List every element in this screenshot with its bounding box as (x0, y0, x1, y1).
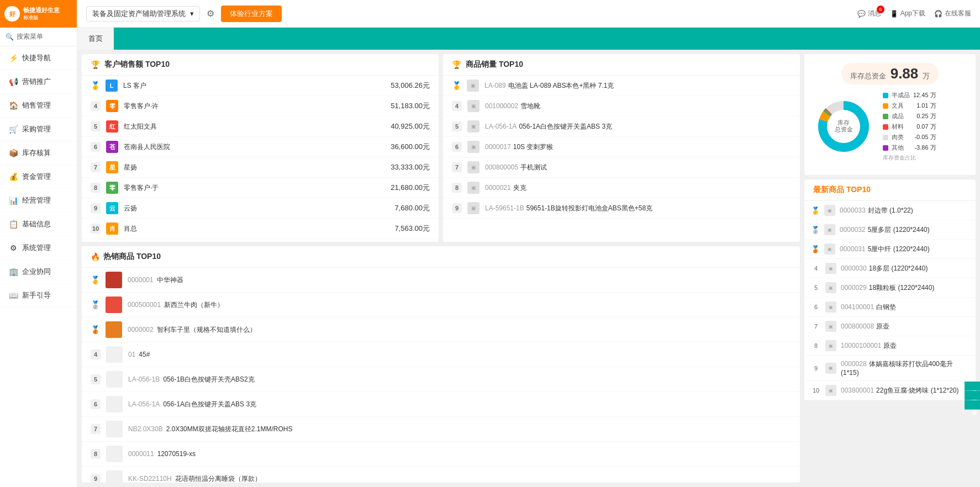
gold-medal-2: 🥇 (452, 81, 461, 90)
bronze-medal-np: 🥉 (811, 245, 820, 253)
product-rank-row-5: 7 ▣ 000800005手机测试 (443, 157, 800, 178)
sidebar-item-sales[interactable]: 🏠 销售管理 (0, 94, 77, 118)
product-rank-row-6: 8 ▣ 0000021夹克 (443, 178, 800, 198)
hot-row-9: 9 KK-SD22110H花语萌恒温分离睡袋（厚款） (82, 467, 800, 483)
avatar: 苍 (106, 141, 118, 153)
donut-container: 库存 总资金 半成品 12.45 万 文具 (813, 91, 967, 162)
new-prod-row-7: 7 ▣ 000800008原壶 (804, 317, 976, 336)
hot-products-header: 🔥 热销商品 TOP10 (82, 246, 800, 268)
product-rank-header: 🏆 商品销量 TOP10 (443, 54, 800, 76)
product-img: ▣ (467, 80, 479, 92)
sidebar-item-basics[interactable]: 📋 基础信息 (0, 213, 77, 236)
legend-dot (883, 135, 888, 140)
system-selector[interactable]: 装备及固定资产辅助管理系统 ▾ (86, 6, 200, 22)
product-img: ▣ (467, 120, 480, 133)
avatar: 云 (106, 202, 118, 214)
product-img: ▣ (467, 202, 480, 214)
hot-prod-img (106, 396, 123, 412)
new-prod-row-10: 10 ▣ 00380000122g鱼豆腐·烧烤味 (1*12*20) (804, 381, 976, 400)
sidebar-item-guide[interactable]: 📖 新手引导 (0, 284, 77, 308)
new-products-header: 最新商品 TOP10 (804, 179, 976, 201)
customer-rank-row-5: 7 星 星扬 33,333.00元 (82, 157, 439, 178)
customer-rank-table: 🥇 L LS 客户 53,006.26元 4 零 零售客户·许 51,183.0… (82, 76, 439, 239)
hot-prod-img (106, 346, 123, 363)
marketing-icon: 📢 (9, 77, 18, 86)
product-rank-row-7: 9 ▣ LA-59651-1B59651-1B旋转投影灯电池盒ABS黑色+58克 (443, 198, 800, 219)
legend-item-2: 成品 0.25 万 (883, 112, 936, 120)
silver-medal-np: 🥈 (811, 226, 820, 234)
product-rank-row-3: 5 ▣ LA-056-1A056-1A白色按键开关盖ABS 3克 (443, 117, 800, 137)
logo-text: 畅捷通好生意 (23, 6, 60, 14)
hot-row-8: 8 000001112070519-xs (82, 442, 800, 467)
fire-icon: 🔥 (91, 252, 100, 261)
customer-rank-row-7: 9 云 云扬 7,680.00元 (82, 198, 439, 219)
float-btn-community[interactable]: 服务社区 (965, 391, 980, 400)
topbar: 装备及固定资产辅助管理系统 ▾ ⚙ 体验行业方案 💬 消息 6 📱 App下载 … (77, 0, 980, 28)
product-rank-table: 🥇 ▣ LA-089电池盖 LA-089 ABS本色+黑种 7.1克 4 ▣ 0… (443, 76, 800, 219)
topbar-right: 💬 消息 6 📱 App下载 🎧 在线客服 (857, 9, 971, 18)
legend-dot (883, 145, 888, 151)
phone-icon: 📱 (890, 10, 898, 18)
headset-icon: 🎧 (934, 10, 942, 18)
sidebar-item-finance[interactable]: 💰 资金管理 (0, 165, 77, 189)
trial-button[interactable]: 体验行业方案 (221, 6, 282, 22)
hot-prod-img (106, 272, 122, 288)
gold-medal-3: 🥇 (91, 276, 100, 284)
legend-item-3: 材料 0.07 万 (883, 123, 936, 131)
message-icon: 💬 (857, 10, 866, 18)
inventory-legend: 半成品 12.45 万 文具 1.01 万 成品 0 (883, 91, 936, 162)
product-img: ▣ (467, 182, 480, 194)
new-prod-img: ▣ (825, 301, 836, 313)
trophy-icon: 🏆 (91, 60, 100, 69)
new-products-list: 🥇 ▣ 0000033封边带 (1.0*22) 🥈 ▣ 00000325厘多层 … (804, 201, 976, 400)
sidebar-item-operations[interactable]: 📊 经营管理 (0, 189, 77, 213)
sidebar-nav: ⚡ 快捷导航 📢 营销推广 🏠 销售管理 🛒 采购管理 📦 库存核算 💰 资金管… (0, 46, 77, 487)
search-menu-button[interactable]: 🔍 搜索菜单 (6, 32, 43, 41)
legend-dot (883, 124, 888, 130)
hot-products-list: 🥇 0000001中华神器 🥈 000500001新西兰牛肉（新牛） 🥉 (82, 268, 800, 483)
customer-rank-row-6: 8 零 零售客户·于 21,680.00元 (82, 178, 439, 198)
inventory-chart-label: 库存资金占比 (883, 154, 936, 162)
message-button[interactable]: 💬 消息 6 (857, 9, 881, 18)
sidebar-item-purchase[interactable]: 🛒 采购管理 (0, 118, 77, 141)
new-prod-img: ▣ (825, 385, 836, 396)
new-prod-img: ▣ (825, 363, 836, 374)
float-btn-service[interactable]: 客服热线 (965, 382, 980, 391)
customer-rank-row-4: 6 苍 苍南县人民医院 36,600.00元 (82, 137, 439, 157)
sales-icon: 🏠 (9, 101, 18, 110)
finance-icon: 💰 (9, 172, 18, 181)
operations-icon: 📊 (9, 196, 18, 205)
avatar: 肖 (106, 223, 118, 235)
sidebar-item-quicknav[interactable]: ⚡ 快捷导航 (0, 46, 77, 70)
sidebar-search[interactable]: 🔍 搜索菜单 (0, 28, 77, 46)
legend-item-5: 其他 -3.86 万 (883, 144, 936, 152)
gold-medal-np: 🥇 (811, 207, 820, 215)
sidebar-item-system[interactable]: ⚙ 系统管理 (0, 236, 77, 260)
sidebar-item-marketing[interactable]: 📢 营销推广 (0, 70, 77, 94)
product-rank-card: 🏆 商品销量 TOP10 🥇 ▣ LA-089电池盖 LA-089 ABS本色+… (443, 54, 800, 242)
online-service-button[interactable]: 🎧 在线客服 (934, 9, 971, 18)
new-prod-img: ▣ (825, 340, 836, 351)
float-btn-live[interactable]: 直播 (965, 400, 980, 410)
silver-medal: 🥈 (91, 300, 100, 309)
sidebar-item-enterprise[interactable]: 🏢 企业协同 (0, 260, 77, 284)
new-prod-img: ▣ (824, 244, 835, 255)
logo-badge: 标准版 (23, 14, 60, 22)
search-icon: 🔍 (6, 33, 14, 41)
new-prod-row-3: 🥉 ▣ 00000315厘中纤 (1220*2440) (804, 240, 976, 259)
avatar: 零 (106, 182, 118, 194)
app-download-button[interactable]: 📱 App下载 (890, 9, 925, 18)
new-prod-row-4: 4 ▣ 000003018多层 (1220*2440) (804, 259, 976, 278)
hot-prod-img (106, 421, 123, 437)
new-prod-row-5: 5 ▣ 000002918颗粒板 (1220*2440) (804, 278, 976, 298)
tab-home[interactable]: 首页 (77, 28, 114, 50)
hot-row-4: 4 0145# (82, 342, 800, 367)
donut-chart: 库存 总资金 (813, 96, 874, 157)
sidebar-item-inventory[interactable]: 📦 库存核算 (0, 141, 77, 165)
new-prod-row-8: 8 ▣ 10000100001原壶 (804, 336, 976, 356)
content: 🏆 客户销售额 TOP10 🥇 L LS 客户 53,006.26元 (77, 50, 980, 487)
gear-icon[interactable]: ⚙ (207, 8, 214, 19)
guide-icon: 📖 (9, 291, 18, 300)
main-area: 装备及固定资产辅助管理系统 ▾ ⚙ 体验行业方案 💬 消息 6 📱 App下载 … (77, 0, 980, 487)
basics-icon: 📋 (9, 220, 18, 229)
